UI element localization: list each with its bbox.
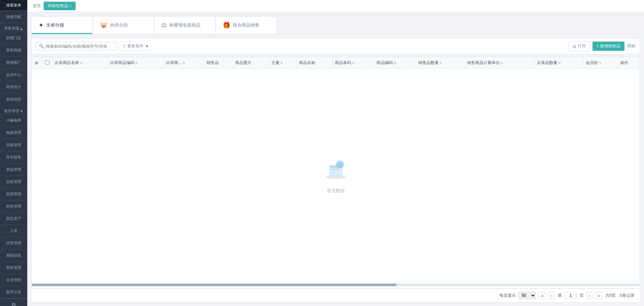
sidebar-item-sales-promo[interactable]: 营销推广 xyxy=(0,57,27,69)
search-box[interactable]: 🔍 xyxy=(36,42,117,50)
sort-sale-unit-icon: ⇅ xyxy=(500,61,503,65)
print-button[interactable]: 🖨 打印 xyxy=(569,41,590,51)
sidebar-item-system-mgmt[interactable]: 系统管理 xyxy=(0,262,27,274)
active-tab[interactable]: 特殊销售品 × xyxy=(44,2,76,10)
settings-icon: ⚙ xyxy=(11,302,16,306)
sidebar-item-purchase-mgmt[interactable]: 采购管理 xyxy=(0,139,27,151)
first-page-button[interactable]: « xyxy=(539,292,546,299)
combo-sales-icon: 🎁 xyxy=(223,21,230,29)
sort-product-code-icon: ⇅ xyxy=(393,61,396,65)
empty-state-icon xyxy=(322,156,349,184)
col-member-price[interactable]: 会员价⇅ xyxy=(583,57,618,69)
sidebar-item-enterprise[interactable]: 企业协同 xyxy=(0,274,27,286)
col-product-name[interactable]: 商品名称 xyxy=(297,57,332,69)
sidebar-item-inventory[interactable]: 库存核算 xyxy=(0,151,27,164)
select-all-checkbox[interactable] xyxy=(45,60,49,65)
sidebar-item-smart-store[interactable]: 智慧门店 xyxy=(0,32,27,44)
col-sale-qty[interactable]: 销售品数量⇅ xyxy=(416,57,465,69)
fresh-grade-icon: ✦ xyxy=(39,21,44,29)
col-out-code[interactable]: 出库商品编码⇅ xyxy=(108,57,164,69)
sidebar-item-invoice-mgmt[interactable]: 发票管理 xyxy=(0,188,27,200)
help-button[interactable]: 帮助 xyxy=(627,43,635,49)
content-area: ✦ 生鲜分级 🐷 肉类分割 ⚖ 称重预包装商品 🎁 组合商品销售 🔍 xyxy=(27,12,644,306)
sidebar-item-tax-mgmt[interactable]: 税务管理 xyxy=(0,200,27,213)
tab-meat-cut[interactable]: 🐷 肉类分割 xyxy=(93,16,154,34)
sidebar-item-quick-nav[interactable]: 快捷导航 xyxy=(0,11,27,23)
horizontal-scrollbar[interactable] xyxy=(32,284,640,286)
sidebar-item-salary[interactable]: 工资 xyxy=(0,225,27,237)
col-out-qty[interactable]: 出库品数量⇅ xyxy=(535,57,583,69)
next-page-button[interactable]: › xyxy=(586,292,593,299)
per-page-label: 每页显示 xyxy=(499,293,516,299)
sort-out-qty-icon: ⇅ xyxy=(558,61,561,65)
sidebar-item-retail-stats[interactable]: 零售统计 xyxy=(0,81,27,93)
sort-sale-qty-icon: ⇅ xyxy=(439,61,442,65)
per-page-select[interactable]: 50 10 20 100 xyxy=(519,292,536,299)
col-product-code[interactable]: 商品编码⇅ xyxy=(374,57,416,69)
sidebar-item-member-center[interactable]: 会员中心 xyxy=(0,69,27,81)
col-out-name[interactable]: 出库商品名称⇅ xyxy=(52,57,108,69)
sort-out-name-icon: ⇅ xyxy=(80,61,83,65)
sort-member-price-icon: ⇅ xyxy=(599,61,601,65)
sidebar-item-mini-ecom[interactable]: 小畅电商 xyxy=(0,114,27,127)
sidebar-item-new-guide[interactable]: 新手引导 xyxy=(0,286,27,299)
col-sale-item[interactable]: 销售品 xyxy=(204,57,233,69)
scrollbar-thumb[interactable] xyxy=(32,284,396,286)
col-product-img[interactable]: 商品图片 xyxy=(233,57,269,69)
tab-combo-sales[interactable]: 🎁 组合商品销售 xyxy=(215,16,277,34)
svg-point-4 xyxy=(336,160,344,169)
pagination: 每页显示 50 10 20 100 « ‹ 第 页 › » 共0页，0条记录 xyxy=(31,289,640,302)
sidebar-item-wholesale-mgmt[interactable]: 批发管理 ▼ xyxy=(0,106,27,114)
svg-rect-3 xyxy=(330,169,339,170)
filter-arrow-icon: ▼ xyxy=(145,44,149,49)
weight-pack-icon: ⚖ xyxy=(161,21,167,29)
sidebar-item-ops-mgmt[interactable]: 经营管理 xyxy=(0,237,27,249)
col-ops: 操作 xyxy=(618,57,640,69)
data-table: ⚙ 出库商品名称⇅ 出库商品编码⇅ 出库商...⇅ xyxy=(31,57,640,281)
sort-out-code-icon: ⇅ xyxy=(135,61,138,65)
sidebar-item-finance[interactable]: 资金管理 xyxy=(0,164,27,176)
sort-main-weight-icon: ⇅ xyxy=(280,61,283,65)
svg-point-5 xyxy=(339,165,340,166)
settings-button[interactable]: ⚙ xyxy=(0,299,27,306)
prev-page-button[interactable]: ‹ xyxy=(549,292,555,299)
col-barcode[interactable]: 商品条码⇅ xyxy=(332,57,374,69)
col-settings[interactable]: ⚙ xyxy=(32,57,42,69)
empty-state: 暂无数据 xyxy=(32,69,640,281)
col-checkbox[interactable] xyxy=(42,57,52,69)
wholesale-mgmt-arrow-icon: ▼ xyxy=(20,109,24,113)
total-label: 共0页，0条记录 xyxy=(605,293,634,299)
sidebar-logo[interactable]: 搜索菜单 xyxy=(0,0,27,11)
filter-button[interactable]: ▽ 更多条件 ▼ xyxy=(120,42,152,51)
sidebar: 搜索菜单 快捷导航 零售管理 ▲ 智慧门店 零售商城 营销推广 会员中心 零售统… xyxy=(0,0,27,306)
page-label: 第 xyxy=(558,293,562,299)
toolbar-right: 🖨 打印 + 新增销售品 帮助 xyxy=(569,41,635,51)
sidebar-item-fixed-assets[interactable]: 固定资产 xyxy=(0,213,27,225)
breadcrumb: 首页 xyxy=(33,3,41,9)
last-page-button[interactable]: » xyxy=(595,292,602,299)
tab-weight-pack[interactable]: ⚖ 称重预包装商品 xyxy=(154,16,215,34)
col-main-weight[interactable]: 主量⇅ xyxy=(269,57,297,69)
tab-close-icon[interactable]: × xyxy=(70,4,72,8)
sidebar-item-basic-info[interactable]: 基础信息 xyxy=(0,93,27,106)
sidebar-item-general-ledger[interactable]: 总账管理 xyxy=(0,176,27,188)
main-area: 首页 特殊销售品 × ✦ 生鲜分级 🐷 肉类分割 ⚖ 称重预包装商品 🎁 组合商… xyxy=(27,0,644,306)
sidebar-item-retail-mall[interactable]: 零售商城 xyxy=(0,44,27,57)
col-sale-unit[interactable]: 销售商品计量单位⇅ xyxy=(465,57,535,69)
topbar: 首页 特殊销售品 × xyxy=(27,0,644,12)
sidebar-item-ecom-mgmt[interactable]: 电商管理 xyxy=(0,127,27,139)
toolbar-left: 🔍 ▽ 更多条件 ▼ xyxy=(36,42,152,51)
add-button[interactable]: + 新增销售品 xyxy=(593,42,625,51)
col-out-spec[interactable]: 出库商...⇅ xyxy=(164,57,205,69)
toolbar: 🔍 ▽ 更多条件 ▼ 🖨 打印 + 新增销售品 帮助 xyxy=(31,38,640,54)
tab-fresh-grade[interactable]: ✦ 生鲜分级 xyxy=(31,16,93,34)
meat-cut-icon: 🐷 xyxy=(100,21,107,29)
sidebar-item-basic-info2[interactable]: 基础信息 xyxy=(0,249,27,262)
search-input[interactable] xyxy=(46,44,114,49)
page-input[interactable] xyxy=(565,292,577,299)
sidebar-item-retail-mgmt[interactable]: 零售管理 ▲ xyxy=(0,23,27,32)
tab-bar: ✦ 生鲜分级 🐷 肉类分割 ⚖ 称重预包装商品 🎁 组合商品销售 xyxy=(31,16,640,34)
retail-mgmt-arrow-icon: ▲ xyxy=(20,27,24,31)
print-icon: 🖨 xyxy=(572,44,576,49)
sort-barcode-icon: ⇅ xyxy=(352,61,355,65)
